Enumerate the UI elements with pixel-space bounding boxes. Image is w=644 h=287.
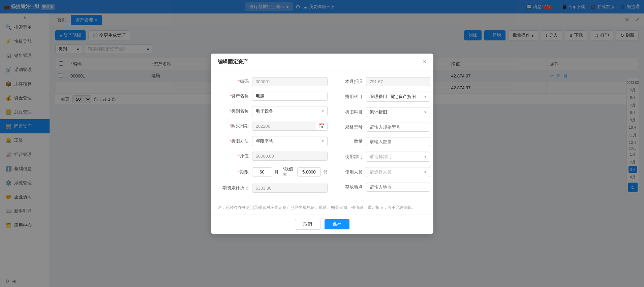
period-input[interactable] [252,167,272,177]
depreciation-method-value: 年限平均 [256,138,273,144]
form-row-code: *编码 [222,77,328,86]
modal-note: 注：已经存在变更记录或者对应固定资产已经生成凭证，原值、购买日期、残值率、累计折… [211,205,433,215]
department-placeholder: 请选择部门 [370,154,392,160]
modal-overlay: 编辑固定资产 × *编码 *资产名称 [0,0,644,287]
calendar-icon[interactable]: 📅 [316,123,327,129]
residual-rate-unit: % [324,169,328,174]
period-row: 月 *残值率 % [252,166,328,178]
form-row-dep-account: 折旧科目 累计折旧 ▾ [336,107,430,117]
modal-note-text: 注：已经存在变更记录或者对应固定资产已经生成凭证，原值、购买日期、残值率、累计折… [218,205,416,210]
edit-asset-modal: 编辑固定资产 × *编码 *资产名称 [211,54,433,234]
expense-account-select[interactable]: 管理费用_固定资产折旧 ▾ [366,92,430,102]
purchase-date-input-group: 📅 [252,122,328,131]
form-row-person: 使用人员 请选择人员 ▾ [336,167,430,177]
asset-name-label: *资产名称 [222,93,252,99]
form-row-expense-account: 费用科目 管理费用_固定资产折旧 ▾ [336,92,430,102]
department-select[interactable]: 请选择部门 ▾ [366,152,430,162]
department-label: 使用部门 [336,154,366,160]
code-input[interactable] [252,77,328,86]
category-modal-label: *类别名称 [222,108,252,114]
cancel-button[interactable]: 取消 [295,219,320,230]
form-row-purchase-date: *购买日期 📅 [222,122,328,131]
form-row-category: *类别名称 电子设备 ▾ [222,106,328,116]
initial-depreciation-label: 期初累计折旧 [222,185,252,191]
form-row-location: 存放地点 [336,183,430,192]
category-modal-arrow: ▾ [322,109,324,114]
expense-account-label: 费用科目 [336,94,366,100]
department-arrow: ▾ [424,154,426,159]
save-button[interactable]: 保存 [325,219,349,229]
location-label: 存放地点 [336,184,366,190]
modal-right-col: 本月折旧 费用科目 管理费用_固定资产折旧 ▾ 折旧科目 [332,77,434,198]
modal-body: *编码 *资产名称 *类别名称 电子设备 ▾ [211,70,433,205]
quantity-label: 数量 [336,138,366,145]
category-modal-value: 电子设备 [256,108,273,114]
asset-name-input[interactable] [252,92,328,101]
monthly-dep-label: 本月折旧 [336,78,366,85]
modal-title: 编辑固定资产 [218,59,248,65]
form-row-quantity: 数量 [336,137,430,146]
quantity-input[interactable] [366,137,430,146]
dep-account-select[interactable]: 累计折旧 ▾ [366,107,430,117]
purchase-date-input[interactable] [252,122,316,130]
form-row-spec: 规格型号 [336,123,430,132]
dep-account-label: 折旧科目 [336,109,366,115]
form-row-initial-depreciation: 期初累计折旧 [222,184,328,193]
person-placeholder: 请选择人员 [370,169,392,175]
form-row-monthly-dep: 本月折旧 [336,77,430,86]
form-row-period: *期限 月 *残值率 % [222,166,328,178]
form-row-original-value: *原值 [222,152,328,161]
spec-input[interactable] [366,123,430,132]
category-modal-select[interactable]: 电子设备 ▾ [252,106,328,116]
residual-rate-input[interactable] [297,167,321,177]
code-label: *编码 [222,78,252,85]
depreciation-method-label: *折旧方法 [222,138,252,144]
form-row-depreciation-method: *折旧方法 年限平均 ▾ [222,136,328,146]
original-value-label: *原值 [222,153,252,159]
depreciation-method-select[interactable]: 年限平均 ▾ [252,136,328,146]
modal-close-btn[interactable]: × [423,58,427,65]
modal-footer: 取消 保存 [211,215,433,234]
dep-account-value: 累计折旧 [370,109,387,115]
modal-header: 编辑固定资产 × [211,54,433,70]
modal-left-col: *编码 *资产名称 *类别名称 电子设备 ▾ [218,77,332,198]
location-input[interactable] [366,183,430,192]
expense-account-arrow: ▾ [424,94,426,99]
person-label: 使用人员 [336,169,366,175]
purchase-date-label: *购买日期 [222,123,252,129]
person-arrow: ▾ [424,170,426,174]
person-select[interactable]: 请选择人员 ▾ [366,167,430,177]
original-value-input[interactable] [252,152,328,161]
period-unit: 月 [274,169,279,175]
expense-account-value: 管理费用_固定资产折旧 [370,94,416,100]
depreciation-method-arrow: ▾ [322,139,324,144]
form-row-asset-name: *资产名称 [222,92,328,101]
residual-rate-label: *残值率 [283,166,295,178]
period-label: *期限 [222,169,252,175]
monthly-dep-input [366,77,430,86]
initial-depreciation-input[interactable] [252,184,328,193]
spec-label: 规格型号 [336,124,366,130]
form-row-department: 使用部门 请选择部门 ▾ [336,152,430,162]
dep-account-arrow: ▾ [424,110,426,115]
